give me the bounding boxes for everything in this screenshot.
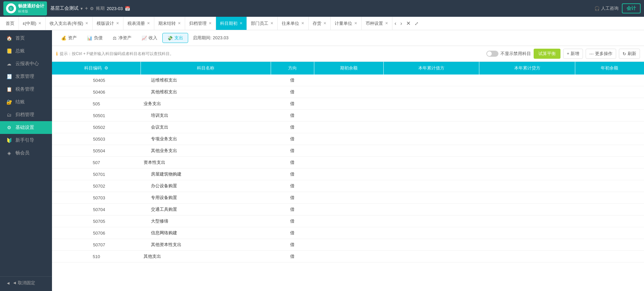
tab-inventory[interactable]: 存货 ✕ (309, 17, 331, 30)
cell-opening (314, 204, 383, 215)
cell-opening (314, 145, 383, 157)
table-row[interactable]: 50501培训支出借 (52, 110, 644, 122)
cell-ytd-credit (479, 251, 575, 262)
tab-dept-close[interactable]: ✕ (270, 21, 273, 26)
tab-income-report-close[interactable]: ✕ (85, 21, 88, 26)
sidebar-item-close[interactable]: 🔐 结账 (0, 96, 52, 108)
sidebar-item-settings[interactable]: ⚙ 基础设置 (0, 121, 52, 134)
sidebar-item-invoice[interactable]: 🧾 发票管理 (0, 70, 52, 83)
cell-ytd-credit (479, 204, 575, 215)
tab-units[interactable]: 往来单位 ✕ (278, 17, 309, 30)
tab-subject-init-close[interactable]: ✕ (239, 21, 243, 26)
sidebar-item-guide[interactable]: 🔰 新手引导 (0, 134, 52, 147)
org-dropdown-icon[interactable]: ▾ (80, 6, 83, 11)
cell-year-opening (575, 133, 644, 145)
col-settings-icon[interactable]: ⚙ (104, 65, 108, 70)
cell-year-opening (575, 75, 644, 86)
table-row[interactable]: 50502会议支出借 (52, 122, 644, 133)
cell-direction: 借 (271, 122, 314, 133)
tab-template-label: 模版设计 (97, 20, 114, 27)
sub-tab-bar: 💰 资产 📊 负债 ⚖ 净资产 📈 收入 💸 支出 启用期间: 2023.03 (52, 30, 644, 46)
cell-direction: 借 (271, 215, 314, 227)
main-content: 🏠 首页 📒 总账 ☁ 云报表中心 🧾 发票管理 📋 税务管理 🔐 结账 🗂 归… (0, 30, 644, 291)
table-row[interactable]: 505业务支出借 (52, 98, 644, 110)
tab-close-all-icon[interactable]: ✕ (404, 20, 413, 27)
tab-period-end[interactable]: 期末结转 ✕ (154, 17, 185, 30)
settings-icon[interactable]: ⚙ (90, 6, 94, 11)
cell-code: 505 (52, 98, 141, 110)
table-row[interactable]: 50704交通工具购置借 (52, 204, 644, 215)
tab-period-close[interactable]: ✕ (38, 21, 41, 26)
tab-dept[interactable]: 部门员工 ✕ (247, 17, 278, 30)
tab-income-report[interactable]: 收入支出表(年报) ✕ (46, 17, 93, 30)
table-row[interactable]: 50504其他业务支出借 (52, 145, 644, 157)
tab-currency-close[interactable]: ✕ (385, 21, 388, 26)
tab-prev-icon[interactable]: ‹ (392, 20, 398, 27)
tab-measure-close[interactable]: ✕ (354, 21, 357, 26)
cell-code: 50704 (52, 204, 141, 215)
table-container: 科目编码 ⚙ 科目名称 方向 期初余额 本年累计借方 本年累计贷方 年初余额 5… (52, 62, 644, 291)
sidebar-item-reports[interactable]: ☁ 云报表中心 (0, 57, 52, 70)
cell-opening (314, 98, 383, 110)
service-label: 人工咨询 (601, 5, 619, 11)
table-row[interactable]: 50705大型修缮借 (52, 215, 644, 227)
refresh-button[interactable]: ↻ 刷新 (619, 49, 640, 59)
disable-toggle[interactable] (486, 51, 498, 57)
sidebar-item-home[interactable]: 🏠 首页 (0, 32, 52, 45)
table-row[interactable]: 50707其他资本性支出借 (52, 239, 644, 251)
cell-direction: 借 (271, 133, 314, 145)
sidebar-collapse-btn[interactable]: ◄ ◄ 取消固定 (0, 276, 52, 289)
table-row[interactable]: 50405运维维权支出借 (52, 75, 644, 86)
tab-measure[interactable]: 计量单位 ✕ (331, 17, 362, 30)
table-row[interactable]: 507资本性支出借 (52, 157, 644, 168)
tab-home[interactable]: 首页 (2, 17, 19, 30)
tab-next-icon[interactable]: › (398, 20, 404, 27)
table-row[interactable]: 50701房屋建筑物购建借 (52, 168, 644, 180)
sidebar-item-tax[interactable]: 📋 税务管理 (0, 83, 52, 96)
cell-ytd-debit (384, 168, 479, 180)
table-row[interactable]: 50406其他维权支出借 (52, 86, 644, 98)
tab-period-label: ε(中期) (23, 20, 36, 27)
tab-template-close[interactable]: ✕ (116, 21, 119, 26)
sidebar-item-member[interactable]: ◈ 畅会员 (0, 147, 52, 159)
tab-expand-icon[interactable]: ⤢ (413, 21, 421, 26)
tab-inventory-close[interactable]: ✕ (323, 21, 326, 26)
account-button[interactable]: 会计 (622, 3, 641, 13)
sub-tab-expenditure[interactable]: 💸 支出 (162, 33, 188, 43)
new-button[interactable]: + 新增 (563, 49, 583, 59)
sub-tab-income[interactable]: 📈 收入 (137, 33, 162, 43)
table-row[interactable]: 510其他支出借 (52, 251, 644, 262)
tab-units-close[interactable]: ✕ (301, 21, 304, 26)
table-row[interactable]: 50703专用设备购置借 (52, 192, 644, 204)
tab-archive[interactable]: 归档管理 ✕ (185, 17, 216, 30)
table-row[interactable]: 50503专项业务支出借 (52, 133, 644, 145)
tab-period-end-close[interactable]: ✕ (178, 21, 181, 26)
more-icon: ⋯ (589, 51, 594, 56)
sidebar-item-archive[interactable]: 🗂 归档管理 (0, 108, 52, 121)
tab-period[interactable]: ε(中期) ✕ (19, 17, 46, 30)
sidebar-item-ledger[interactable]: 📒 总账 (0, 45, 52, 57)
calendar-icon[interactable]: 📅 (125, 6, 130, 11)
tab-income-report-label: 收入支出表(年报) (50, 20, 83, 27)
cell-ytd-debit (384, 133, 479, 145)
more-button[interactable]: ⋯ 更多操作 (586, 49, 616, 59)
tab-currency[interactable]: 币种设置 ✕ (362, 17, 392, 30)
tab-template[interactable]: 模版设计 ✕ (93, 17, 123, 30)
sub-tab-liabilities[interactable]: 📊 负债 (82, 33, 108, 43)
balance-button[interactable]: 试算平衡 (534, 49, 560, 59)
add-org-icon[interactable]: + (85, 5, 88, 11)
table-row[interactable]: 50706信息网络购建借 (52, 227, 644, 239)
sub-tab-equity[interactable]: ⚖ 净资产 (108, 33, 137, 43)
table-row[interactable]: 50702办公设备购置借 (52, 180, 644, 192)
settings-gear-icon: ⚙ (6, 125, 12, 131)
tab-tax-close[interactable]: ✕ (147, 21, 150, 26)
tab-tax[interactable]: 税表清册 ✕ (123, 17, 154, 30)
logo-text: 畅捷通好会计 标准版 (18, 3, 44, 14)
tab-archive-close[interactable]: ✕ (209, 21, 212, 26)
cell-name: 专用设备购置 (141, 192, 271, 204)
sub-tab-assets[interactable]: 💰 资产 (56, 33, 82, 43)
service-button[interactable]: 🎧 人工咨询 (594, 5, 619, 11)
tab-subject-init[interactable]: 科目期初 ✕ (216, 17, 247, 30)
cell-name: 其他支出 (141, 251, 271, 262)
cell-opening (314, 239, 383, 251)
